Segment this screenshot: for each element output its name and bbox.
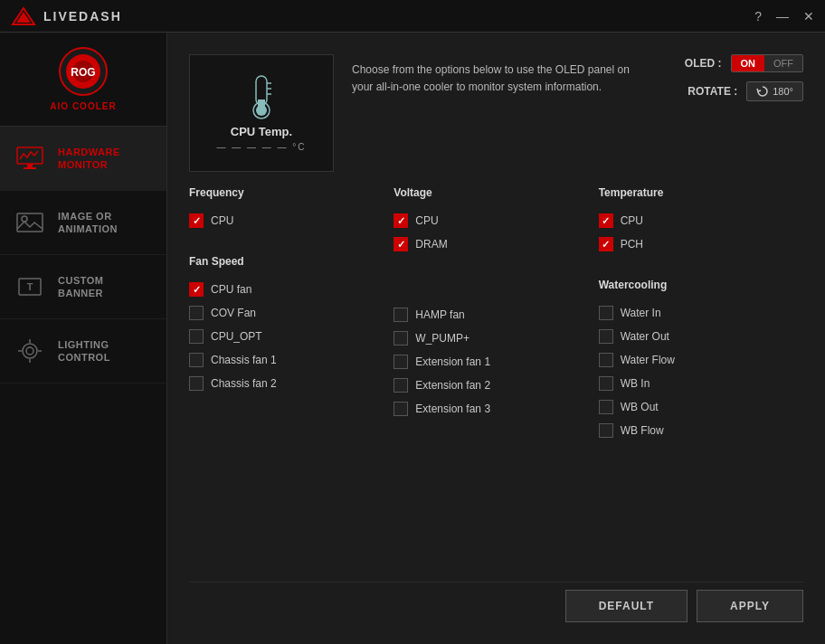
other-fan-title	[394, 279, 589, 297]
column-3: Temperature CPU PCH Watercooling	[599, 186, 803, 567]
water-in-item[interactable]: Water In	[599, 306, 794, 320]
fan-chassis1-item[interactable]: Chassis fan 1	[189, 353, 384, 367]
fan-ext2-label: Extension fan 2	[415, 379, 490, 392]
bottom-buttons: DEFAULT APPLY	[189, 582, 803, 622]
volt-dram-checkbox[interactable]	[394, 237, 408, 251]
rotate-row: ROTATE : 180°	[688, 81, 803, 101]
lighting-control-icon	[14, 336, 45, 366]
water-flow-item[interactable]: Water Flow	[599, 353, 794, 367]
fan-ext1-item[interactable]: Extension fan 1	[394, 355, 589, 369]
frequency-section: Frequency CPU	[189, 186, 394, 228]
close-button[interactable]: ✕	[803, 9, 814, 24]
temp-cpu-checkbox[interactable]	[599, 213, 613, 228]
svg-point-11	[23, 344, 37, 358]
wb-in-checkbox[interactable]	[599, 376, 613, 391]
sidebar-item-custom-banner[interactable]: T CUSTOM BANNER	[0, 255, 166, 319]
fan-ext3-checkbox[interactable]	[394, 402, 408, 416]
wb-out-item[interactable]: WB Out	[599, 400, 794, 414]
custom-banner-icon: T	[14, 271, 45, 302]
apply-button[interactable]: APPLY	[697, 590, 803, 622]
volt-dram-item[interactable]: DRAM	[394, 237, 589, 251]
rotate-icon	[756, 85, 769, 98]
default-button[interactable]: DEFAULT	[565, 590, 688, 622]
wb-flow-checkbox[interactable]	[599, 423, 613, 438]
freq-cpu-item[interactable]: CPU	[189, 213, 384, 228]
freq-cpu-checkbox[interactable]	[189, 213, 204, 228]
svg-point-12	[26, 347, 33, 355]
oled-on-button[interactable]: ON	[732, 55, 765, 71]
fan-ext3-item[interactable]: Extension fan 3	[394, 402, 589, 416]
sidebar-item-label-custom-banner: CUSTOM BANNER	[58, 274, 152, 300]
hardware-monitor-icon	[14, 143, 45, 174]
main-layout: ROG AIO COOLER HARDWARE MONITOR	[0, 33, 825, 644]
temp-pch-label: PCH	[621, 238, 643, 251]
sidebar-item-hardware-monitor[interactable]: HARDWARE MONITOR	[0, 127, 166, 191]
water-out-item[interactable]: Water Out	[599, 329, 794, 344]
fan-cpu-checkbox[interactable]	[189, 282, 204, 297]
fan-chassis2-label: Chassis fan 2	[211, 377, 277, 390]
fan-wpump-checkbox[interactable]	[394, 331, 408, 346]
fan-hamp-item[interactable]: HAMP fan	[394, 308, 589, 322]
wb-out-checkbox[interactable]	[599, 400, 613, 414]
titlebar: LIVEDASH ? — ✕	[0, 0, 825, 33]
oled-controls: OLED : ON OFF ROTATE : 180°	[659, 54, 803, 101]
volt-cpu-checkbox[interactable]	[394, 213, 408, 228]
fan-chassis2-checkbox[interactable]	[189, 376, 204, 391]
fan-hamp-checkbox[interactable]	[394, 308, 408, 322]
water-flow-checkbox[interactable]	[599, 353, 613, 367]
sidebar-item-lighting-control[interactable]: LIGHTING CONTROL	[0, 319, 166, 384]
fan-wpump-item[interactable]: W_PUMP+	[394, 331, 589, 346]
fan-chassis2-item[interactable]: Chassis fan 2	[189, 376, 384, 391]
minimize-button[interactable]: —	[776, 9, 789, 24]
temp-pch-checkbox[interactable]	[599, 237, 613, 251]
fan-cov-item[interactable]: COV Fan	[189, 306, 384, 320]
temp-cpu-item[interactable]: CPU	[599, 213, 794, 228]
fan-ext1-checkbox[interactable]	[394, 355, 408, 369]
water-out-checkbox[interactable]	[599, 329, 613, 344]
fan-ext1-label: Extension fan 1	[415, 355, 490, 368]
svg-text:ROG: ROG	[71, 66, 95, 79]
water-out-label: Water Out	[621, 330, 669, 343]
content-area: CPU Temp. — — — — — °C Choose from the o…	[167, 33, 825, 644]
fan-hamp-label: HAMP fan	[415, 308, 464, 321]
cpu-temp-display: CPU Temp. — — — — — °C	[189, 54, 334, 172]
sidebar: ROG AIO COOLER HARDWARE MONITOR	[0, 33, 167, 644]
fan-cpu-item[interactable]: CPU fan	[189, 282, 384, 297]
cpu-temp-value: — — — — — °C	[216, 142, 306, 152]
oled-toggle[interactable]: ON OFF	[731, 54, 804, 72]
fan-ext2-item[interactable]: Extension fan 2	[394, 378, 589, 393]
temperature-section: Temperature CPU PCH	[599, 186, 803, 251]
wb-flow-label: WB Flow	[621, 424, 664, 437]
wb-in-item[interactable]: WB In	[599, 376, 794, 391]
svg-rect-6	[24, 167, 36, 169]
fan-cov-checkbox[interactable]	[189, 306, 204, 320]
oled-off-button[interactable]: OFF	[764, 55, 802, 71]
water-in-checkbox[interactable]	[599, 306, 613, 320]
wb-out-label: WB Out	[621, 401, 659, 413]
fan-chassis1-checkbox[interactable]	[189, 353, 204, 367]
rotate-label: ROTATE :	[688, 85, 737, 98]
column-2: Voltage CPU DRAM HAMP fan	[394, 186, 598, 567]
svg-point-20	[256, 105, 267, 116]
volt-cpu-item[interactable]: CPU	[394, 213, 589, 228]
sidebar-item-image-animation[interactable]: IMAGE OR ANIMATION	[0, 191, 166, 255]
temperature-title: Temperature	[599, 186, 794, 203]
water-flow-label: Water Flow	[621, 354, 675, 366]
fan-cpuopt-item[interactable]: CPU_OPT	[189, 329, 384, 344]
question-button[interactable]: ?	[754, 9, 762, 24]
wb-flow-item[interactable]: WB Flow	[599, 423, 794, 438]
cpu-temp-label: CPU Temp.	[231, 125, 292, 138]
temp-pch-item[interactable]: PCH	[599, 237, 794, 251]
svg-rect-7	[17, 213, 43, 232]
thermometer-icon	[239, 74, 284, 121]
rotate-button[interactable]: 180°	[746, 81, 803, 101]
window-controls: ? — ✕	[754, 9, 814, 24]
fan-ext2-checkbox[interactable]	[394, 378, 408, 393]
fan-speed-section: Fan Speed CPU fan COV Fan CPU_OPT	[189, 255, 394, 391]
fan-cpu-label: CPU fan	[211, 283, 251, 296]
watercooling-section: Watercooling Water In Water Out Water Fl…	[599, 279, 803, 438]
rog-logo-icon	[11, 6, 36, 26]
sidebar-logo-section: ROG AIO COOLER	[0, 33, 166, 127]
fan-wpump-label: W_PUMP+	[415, 332, 469, 345]
fan-cpuopt-checkbox[interactable]	[189, 329, 204, 344]
